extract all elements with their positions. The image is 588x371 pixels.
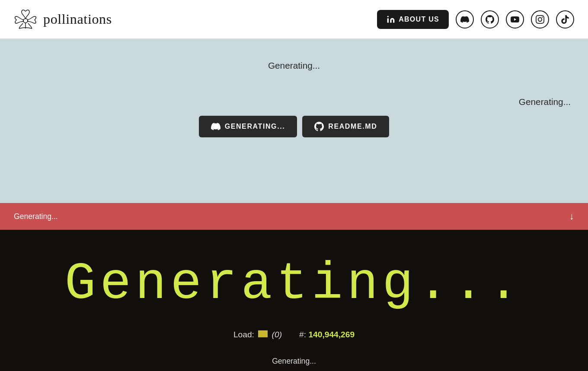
github-social-icon[interactable]: [481, 10, 499, 29]
svg-rect-1: [387, 18, 389, 22]
big-generating-text: Generating...: [17, 256, 571, 313]
github-icon: [486, 15, 494, 24]
generating-right-text: Generating...: [17, 97, 571, 107]
tiktok-social-icon[interactable]: [556, 10, 574, 29]
logo-icon: [14, 8, 37, 31]
tiktok-icon: [561, 15, 569, 24]
red-banner-text: Generating...: [14, 212, 58, 221]
discord-generating-button[interactable]: GENERATING...: [199, 116, 297, 137]
svg-point-2: [387, 16, 389, 17]
action-buttons: GENERATING... README.MD: [17, 116, 571, 137]
about-us-button[interactable]: ABOUT US: [377, 10, 449, 29]
discord-btn-icon: [211, 122, 220, 131]
dark-section: Generating... Load: (0) #: 140,944,269 G…: [0, 230, 588, 371]
about-us-label: ABOUT US: [399, 16, 439, 23]
linkedin-icon: [387, 15, 395, 24]
down-arrow-icon: ↓: [569, 211, 574, 222]
github-btn-label: README.MD: [328, 123, 377, 130]
youtube-icon: [511, 15, 519, 24]
discord-icon: [460, 15, 469, 24]
github-btn-icon: [314, 122, 324, 131]
stats-row: Load: (0) #: 140,944,269: [17, 330, 571, 339]
logo-text: pollinations: [43, 11, 112, 27]
load-box-indicator: [258, 330, 268, 337]
main-content: Generating... Generating... GENERATING..…: [0, 39, 588, 203]
generating-bottom-text: Generating...: [17, 357, 571, 366]
hash-value: 140,944,269: [308, 330, 355, 339]
github-readme-button[interactable]: README.MD: [302, 116, 389, 137]
nav-area: ABOUT US: [377, 10, 574, 29]
logo-area: pollinations: [14, 8, 112, 31]
header: pollinations ABOUT US: [0, 0, 588, 39]
generating-top-text: Generating...: [17, 60, 571, 71]
discord-social-icon[interactable]: [456, 10, 474, 29]
load-label: Load:: [233, 330, 254, 339]
youtube-social-icon[interactable]: [506, 10, 524, 29]
hash-label: #:: [299, 330, 306, 339]
red-banner[interactable]: Generating... ↓: [0, 203, 588, 230]
load-value: (0): [272, 330, 282, 339]
instagram-social-icon[interactable]: [531, 10, 549, 29]
discord-btn-label: GENERATING...: [225, 123, 285, 130]
instagram-icon: [536, 15, 544, 24]
